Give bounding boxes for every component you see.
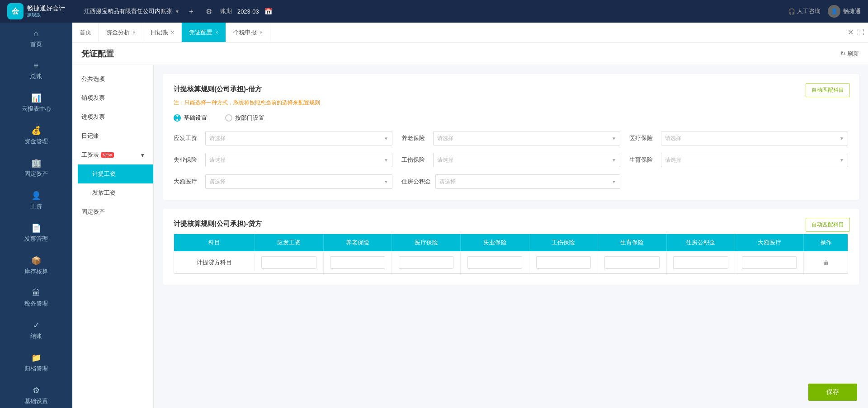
large-medical-placeholder: 请选择 [209, 178, 226, 186]
tab-expand-button[interactable]: ⛶ [857, 28, 864, 37]
tab-tax-filing[interactable]: 个税申报 × [226, 23, 270, 42]
tab-journal-close-icon[interactable]: × [171, 29, 174, 36]
housing-label: 住房公积金 [401, 178, 431, 186]
unemployment-label: 失业保险 [174, 156, 201, 164]
credit-auto-match-button[interactable]: 自动匹配科目 [806, 218, 850, 232]
salary-label: 应发工资 [174, 134, 201, 142]
sidebar-item-tax[interactable]: 🏛 税务管理 [0, 282, 72, 314]
debit-radio-group: 基础设置 按部门设置 [174, 114, 848, 122]
tab-tax-close-icon[interactable]: × [259, 29, 263, 36]
credit-injury-input[interactable] [536, 256, 591, 269]
credit-large-medical-input[interactable] [742, 256, 797, 269]
radio-dept-settings[interactable]: 按部门设置 [225, 114, 264, 122]
tab-capital-analysis[interactable]: 资金分析 × [99, 23, 143, 42]
injury-select[interactable]: 请选择 ▼ [433, 153, 620, 167]
logo-text: 畅捷通好会计 [27, 5, 65, 12]
radio-dept-circle [225, 114, 232, 122]
tab-bar: 首页 资金分析 × 日记账 × 凭证配置 × 个税申报 × ✕ ⛶ [72, 23, 868, 42]
left-nav-fixed-assets[interactable]: 固定资产 [72, 202, 153, 221]
close-period-icon: ✓ [33, 320, 40, 330]
sidebar-item-home[interactable]: ⌂ 首页 [0, 23, 72, 55]
payroll-chevron-icon: ▾ [141, 152, 144, 159]
table-row: 计提贷方科目 [174, 251, 848, 273]
credit-salary-input[interactable] [261, 256, 316, 269]
add-account-button[interactable]: ＋ [185, 5, 198, 18]
sidebar-label-assets: 固定资产 [24, 170, 48, 178]
debit-section: 计提核算规则(公司承担)-借方 注：只能选择一种方式，系统将按照您当前的选择来配… [163, 74, 859, 200]
tab-home[interactable]: 首页 [72, 23, 99, 42]
content-area: 首页 资金分析 × 日记账 × 凭证配置 × 个税申报 × ✕ ⛶ [72, 23, 868, 408]
settings-icon[interactable]: ⚙ [203, 5, 215, 18]
period-label: 账期 [220, 7, 232, 15]
sidebar-label-home: 首页 [30, 40, 42, 48]
unemployment-select[interactable]: 请选择 ▼ [205, 153, 392, 167]
sidebar-item-inventory[interactable]: 📦 库存核算 [0, 249, 72, 282]
maternity-placeholder: 请选择 [665, 156, 681, 164]
period-value: 2023-03 [237, 8, 259, 15]
sidebar-item-salary[interactable]: 👤 工资 [0, 184, 72, 217]
sidebar-item-ledger[interactable]: ≡ 总账 [0, 55, 72, 87]
sidebar-label-settings: 基础设置 [24, 397, 48, 405]
large-medical-select[interactable]: 请选择 ▼ [205, 174, 392, 189]
tab-voucher-close-icon[interactable]: × [215, 29, 218, 36]
delete-row-icon[interactable]: 🗑 [823, 259, 829, 266]
calendar-icon[interactable]: 📅 [264, 8, 272, 15]
credit-medical-input[interactable] [399, 256, 453, 269]
left-nav-purchase-invoice[interactable]: 进项发票 [72, 108, 153, 127]
user-area[interactable]: 👤 畅捷通 [828, 5, 861, 18]
credit-unemployment-input[interactable] [467, 256, 522, 269]
refresh-button[interactable]: ↻ 刷新 [840, 50, 859, 58]
sidebar-item-reports[interactable]: 📊 云报表中心 [0, 87, 72, 119]
radio-basic-settings[interactable]: 基础设置 [174, 114, 207, 122]
left-nav-accrual-salary[interactable]: 计提工资 [78, 164, 153, 183]
page-title: 凭证配置 [81, 48, 114, 59]
company-name: 江西服宝精品有限责任公司内账张 [84, 7, 172, 15]
tab-voucher-config[interactable]: 凭证配置 × [182, 23, 226, 42]
left-nav-public[interactable]: 公共选项 [72, 70, 153, 89]
credit-housing-input[interactable] [673, 256, 728, 269]
housing-select[interactable]: 请选择 ▼ [435, 174, 620, 189]
medical-select[interactable]: 请选择 ▼ [661, 131, 848, 145]
left-nav-journal[interactable]: 日记账 [72, 127, 153, 145]
sidebar-item-assets[interactable]: 🏢 固定资产 [0, 152, 72, 184]
housing-chevron-icon: ▼ [612, 179, 616, 184]
tab-capital-close-icon[interactable]: × [132, 29, 136, 36]
save-bar: 保存 [797, 376, 868, 408]
credit-maternity-input[interactable] [604, 256, 659, 269]
maternity-select[interactable]: 请选择 ▼ [661, 153, 848, 167]
medical-label: 医疗保险 [629, 134, 656, 142]
th-medical: 医疗保险 [392, 234, 461, 251]
credit-pension-input[interactable] [330, 256, 385, 269]
tab-journal[interactable]: 日记账 × [143, 23, 182, 42]
pension-select[interactable]: 请选择 ▼ [433, 131, 620, 145]
service-button[interactable]: 🎧 人工咨询 [788, 7, 821, 15]
sidebar-item-archive[interactable]: 📁 归档管理 [0, 347, 72, 379]
sidebar-label-finance: 资金管理 [24, 137, 48, 145]
form-row-injury: 工伤保险 请选择 ▼ [401, 153, 620, 167]
main-content: 计提核算规则(公司承担)-借方 注：只能选择一种方式，系统将按照您当前的选择来配… [154, 65, 868, 408]
sidebar-item-settings[interactable]: ⚙ 基础设置 [0, 379, 72, 408]
td-delete: 🗑 [804, 254, 848, 271]
left-nav-payroll-group[interactable]: 工资表 NEW ▾ [72, 145, 153, 164]
sidebar-item-invoice[interactable]: 📄 发票管理 [0, 217, 72, 249]
left-nav-pay-salary[interactable]: 发放工资 [78, 183, 153, 202]
save-button[interactable]: 保存 [808, 384, 857, 401]
tab-close-window-button[interactable]: ✕ [848, 28, 854, 37]
reports-icon: 📊 [31, 93, 41, 103]
radio-basic-circle [174, 114, 181, 122]
td-unemployment [461, 252, 529, 273]
left-nav-sales-invoice[interactable]: 销项发票 [72, 89, 153, 108]
header-center: 江西服宝精品有限责任公司内账张 ▼ ＋ ⚙ 账期 2023-03 📅 [80, 5, 788, 18]
debit-form-grid: 应发工资 请选择 ▼ 养老保险 请选择 ▼ [174, 131, 848, 189]
left-nav-sub: 计提工资 发放工资 [72, 164, 153, 202]
salary-select[interactable]: 请选择 ▼ [205, 131, 392, 145]
sidebar-item-finance[interactable]: 💰 资金管理 [0, 119, 72, 152]
finance-icon: 💰 [31, 126, 41, 136]
sidebar: ⌂ 首页 ≡ 总账 📊 云报表中心 💰 资金管理 🏢 固定资产 👤 工资 📄 发… [0, 23, 72, 408]
debit-auto-match-button[interactable]: 自动匹配科目 [806, 83, 850, 97]
sidebar-item-close[interactable]: ✓ 结账 [0, 314, 72, 347]
home-icon: ⌂ [34, 29, 39, 38]
form-row-large-medical: 大额医疗 请选择 ▼ [174, 174, 392, 189]
user-name: 畅捷通 [843, 7, 861, 15]
company-selector[interactable]: 江西服宝精品有限责任公司内账张 ▼ [84, 7, 179, 15]
